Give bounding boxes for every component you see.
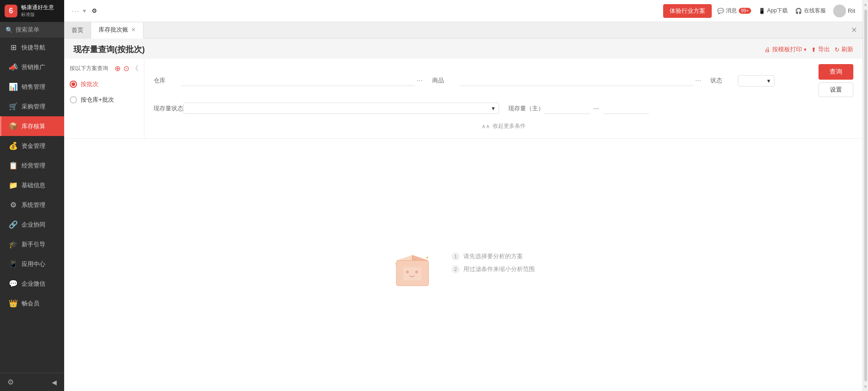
tab-close-icon[interactable]: ✕ — [131, 27, 136, 33]
filter-sidebar-header: 按以下方案查询 ⊕ ⊙ 《 — [64, 64, 144, 76]
collapse-label: 收起更多条件 — [493, 122, 526, 130]
scheme-collapse-icon[interactable]: 《 — [132, 65, 138, 73]
product-field: 商品 ··· — [432, 75, 702, 86]
warehouse-input[interactable] — [181, 75, 415, 86]
print-dropdown-icon[interactable]: ▾ — [804, 47, 807, 53]
empty-hint-1: 1 请先选择要分析的方案 — [451, 252, 535, 261]
sidebar-item-purchase[interactable]: 🛒 采购管理 — [0, 97, 64, 116]
marketing-icon: 📣 — [9, 63, 18, 71]
export-icon: ⬆ — [811, 46, 816, 53]
scheme-radio-batch — [70, 81, 77, 88]
sidebar-search[interactable]: 🔍 搜索菜单 — [0, 22, 64, 38]
sidebar-item-app-center[interactable]: 📱 应用中心 — [0, 254, 64, 274]
add-scheme-icon[interactable]: ⊕ — [115, 64, 121, 73]
sidebar-item-operation[interactable]: 📋 经营管理 — [0, 156, 64, 175]
topbar-settings-icon[interactable]: ⚙ — [92, 7, 97, 14]
sidebar-item-sales[interactable]: 📊 销售管理 — [0, 77, 64, 97]
sidebar-item-quick-nav[interactable]: ⊞ 快捷导航 — [0, 38, 64, 57]
page-header: 现存量查询(按批次) 🖨 按模板打印 ▾ ⬆ 导出 ↻ 刷新 — [64, 38, 863, 59]
page-header-actions: 🖨 按模板打印 ▾ ⬆ 导出 ↻ 刷新 — [764, 45, 853, 54]
empty-svg: ✦ ✦ — [392, 242, 438, 293]
refresh-icon: ↻ — [835, 46, 840, 53]
scheme-by-batch[interactable]: 按批次 — [64, 76, 144, 92]
stock-qty-min-input[interactable] — [544, 103, 590, 114]
page-content: 现存量查询(按批次) 🖨 按模板打印 ▾ ⬆ 导出 ↻ 刷新 — [64, 38, 863, 391]
online-service-action[interactable]: 🎧 在线客服 — [795, 7, 826, 15]
sidebar-item-label: 快捷导航 — [22, 43, 45, 52]
sidebar-item-system[interactable]: ⚙ 系统管理 — [0, 195, 64, 215]
scrollbar-up-arrow[interactable]: ▲ — [863, 1, 868, 8]
sidebar-item-label: 新手引导 — [22, 240, 45, 249]
user-menu[interactable]: Rit — [833, 5, 855, 17]
scheme-label: 按以下方案查询 — [70, 65, 108, 72]
user-name: Rit — [848, 7, 855, 14]
sidebar-item-marketing[interactable]: 📣 营销推广 — [0, 57, 64, 77]
sidebar-item-wechat[interactable]: 💬 企业微信 — [0, 274, 64, 293]
print-button[interactable]: 🖨 按模板打印 ▾ — [764, 45, 807, 54]
refresh-button[interactable]: ↻ 刷新 — [835, 45, 853, 54]
stock-status-select[interactable]: ▾ — [183, 103, 499, 114]
status-field: 状态 ▾ — [710, 75, 802, 87]
collapse-sidebar-icon[interactable]: ◀ — [52, 379, 57, 386]
sidebar-item-label: 资金管理 — [22, 142, 45, 150]
settings-button[interactable]: 设置 — [819, 82, 853, 97]
settings-icon[interactable]: ⚙ — [7, 378, 14, 386]
print-icon: 🖨 — [764, 46, 770, 53]
app-version: 标准版 — [21, 11, 54, 18]
app-download-icon: 📱 — [758, 8, 765, 14]
main-content: ··· ▾ ⚙ 体验行业方案 💬 消息 99+ 📱 App下载 🎧 在线客服 R… — [64, 0, 863, 391]
search-icon: 🔍 — [5, 27, 13, 33]
scheme-radio-warehouse-batch — [70, 96, 77, 103]
app-download-action[interactable]: 📱 App下载 — [758, 7, 788, 15]
app-download-label: App下载 — [767, 7, 788, 15]
stock-status-field: 现存量状态 ▾ — [154, 103, 499, 114]
sidebar-item-enterprise[interactable]: 🔗 企业协同 — [0, 215, 64, 234]
sidebar-item-label: 库存核算 — [22, 122, 45, 130]
tab-batch-account-label: 库存批次账 — [99, 26, 128, 34]
status-dropdown[interactable]: ▾ — [738, 75, 775, 87]
svg-point-5 — [415, 271, 418, 273]
empty-illustration: ✦ ✦ — [392, 242, 438, 288]
sidebar-item-label: 畅会员 — [22, 299, 39, 308]
sidebar-item-label: 采购管理 — [22, 103, 45, 111]
warehouse-dots-icon[interactable]: ··· — [417, 76, 423, 85]
breadcrumb-text: ··· — [71, 5, 79, 16]
member-icon: 👑 — [9, 299, 18, 308]
tabbar: 首页 库存批次账 ✕ ✕ — [64, 22, 863, 38]
empty-state-content: ✦ ✦ 1 请先选择要分析的方案 2 用过滤条件来缩小分析范围 — [392, 242, 535, 288]
app-info: 畅康通好生意 标准版 — [21, 4, 54, 18]
scheme-by-warehouse-batch[interactable]: 按仓库+批次 — [64, 92, 144, 108]
filter-row-2: 现存量状态 ▾ 现存量（主） — — [154, 103, 853, 114]
query-button[interactable]: 查询 — [819, 64, 853, 80]
scheme-settings-icon[interactable]: ⊙ — [123, 64, 129, 73]
tab-batch-account[interactable]: 库存批次账 ✕ — [91, 22, 143, 38]
product-dots-icon[interactable]: ··· — [695, 76, 701, 85]
message-action[interactable]: 💬 消息 99+ — [717, 7, 751, 15]
sidebar-item-label: 企业微信 — [22, 280, 45, 288]
product-input[interactable] — [460, 75, 693, 86]
scrollbar-thumb[interactable] — [864, 10, 867, 381]
collapse-more[interactable]: ∧∧ 收起更多条件 — [154, 119, 853, 133]
industry-solution-button[interactable]: 体验行业方案 — [663, 4, 712, 18]
svg-text:✦: ✦ — [394, 262, 397, 266]
quick-nav-icon: ⊞ — [9, 43, 18, 52]
tabbar-close-button[interactable]: ✕ — [846, 22, 863, 38]
user-avatar — [833, 5, 846, 17]
stock-status-label: 现存量状态 — [154, 104, 183, 113]
status-dropdown-icon: ▾ — [767, 77, 770, 84]
dropdown-arrow-icon[interactable]: ▾ — [83, 7, 86, 14]
scrollbar-down-arrow[interactable]: ▼ — [863, 383, 868, 390]
filter-sidebar-header-actions: ⊕ ⊙ 《 — [115, 64, 138, 73]
sidebar-item-basic[interactable]: 📁 基础信息 — [0, 175, 64, 195]
online-service-label: 在线客服 — [804, 7, 826, 15]
operation-icon: 📋 — [9, 161, 18, 170]
stock-qty-max-input[interactable] — [603, 103, 649, 114]
export-button[interactable]: ⬆ 导出 — [811, 45, 830, 54]
sidebar-item-finance[interactable]: 💰 资金管理 — [0, 136, 64, 156]
message-badge: 99+ — [739, 8, 751, 14]
tab-home[interactable]: 首页 — [64, 22, 91, 38]
enterprise-icon: 🔗 — [9, 220, 18, 229]
sidebar-item-inventory[interactable]: 📦 库存核算 — [0, 116, 64, 136]
sidebar-item-newbie[interactable]: 🎓 新手引导 — [0, 234, 64, 254]
sidebar-item-member[interactable]: 👑 畅会员 — [0, 293, 64, 313]
